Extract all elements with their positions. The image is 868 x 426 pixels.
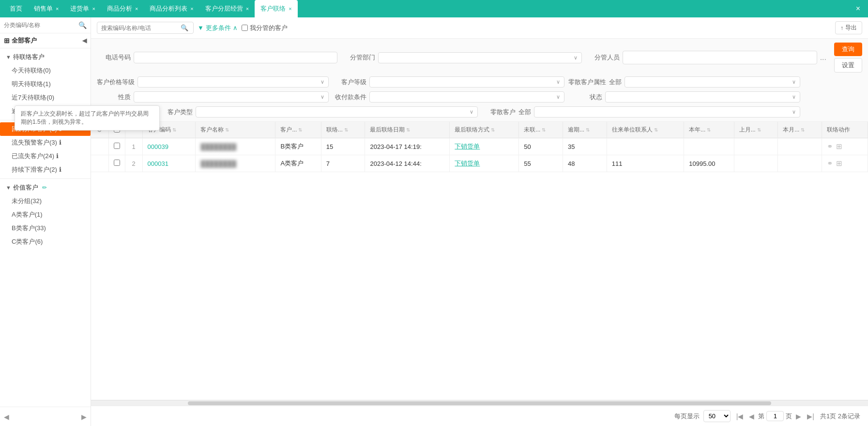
prev-page-btn[interactable]: ◀	[747, 411, 756, 421]
nav-purchase-close[interactable]: ×	[92, 0, 95, 17]
row1-action-menu[interactable]: ⊞	[836, 142, 842, 151]
method-sort-icon[interactable]: ⇅	[491, 127, 495, 132]
row2-check[interactable]	[114, 160, 120, 166]
col-year: 本年... ⇅	[684, 122, 734, 138]
value-group: ▼ 价值客户 ✏ 未分组(32) A类客户(1) B类客户(33) C类客户(6…	[0, 181, 91, 249]
row1-last-month	[734, 138, 778, 155]
nav-customer-tier-close[interactable]: ×	[246, 0, 249, 17]
customer-type-select[interactable]: ∨	[196, 106, 478, 118]
retail-attr-arrow: ∨	[792, 79, 796, 85]
declining[interactable]: 持续下滑客户(2) ℹ	[0, 163, 91, 176]
nature-select[interactable]: ∨	[134, 91, 329, 103]
my-customer-checkbox[interactable]	[242, 25, 248, 31]
grade-select[interactable]: ∨	[369, 76, 564, 88]
search-input-wrapper: 🔍	[97, 22, 194, 34]
scrollbar-thumb[interactable]	[188, 401, 771, 405]
row1-check[interactable]	[114, 143, 120, 149]
row1-last-method[interactable]: 下销货单	[450, 138, 519, 155]
first-page-btn[interactable]: |◀	[734, 411, 746, 421]
code-sort-icon[interactable]: ⇅	[172, 127, 176, 132]
date-sort-icon[interactable]: ⇅	[406, 127, 410, 132]
status-arrow: ∨	[792, 94, 796, 100]
nav-analysis-list[interactable]: 商品分析列表 ×	[144, 0, 199, 17]
page-input[interactable]	[766, 411, 784, 421]
next-page-btn[interactable]: ▶	[794, 411, 803, 421]
search-input[interactable]	[101, 25, 179, 31]
row2-settings	[91, 155, 108, 172]
this-month-sort-icon[interactable]: ⇅	[801, 127, 805, 132]
row1-year	[684, 138, 734, 155]
dept-select[interactable]: ∨	[378, 52, 582, 63]
row1-action-link[interactable]: ⚭	[827, 142, 833, 151]
grade-arrow: ∨	[556, 79, 560, 85]
row1-code[interactable]: 000039	[142, 138, 196, 155]
sidebar-right-arrow[interactable]: ▶	[81, 413, 87, 421]
app-close-button[interactable]: ×	[852, 4, 864, 13]
person-sort-icon[interactable]: ⇅	[654, 127, 658, 132]
filter-cell-grade: 客户等级 ∨	[333, 76, 564, 88]
value-edit-icon[interactable]: ✏	[42, 184, 47, 191]
nav-customer-contact[interactable]: 客户联络 ×	[255, 0, 297, 17]
sidebar-collapse-arrow[interactable]: ◀	[82, 37, 87, 44]
week-pending[interactable]: 近7天待联络(0)	[0, 91, 91, 104]
col-overdue: 逾期... ⇅	[563, 122, 607, 138]
ungroups[interactable]: 未分组(32)	[0, 194, 91, 208]
nav-sales-close[interactable]: ×	[56, 0, 59, 17]
nav-customer-tier[interactable]: 客户分层经营 ×	[199, 0, 255, 17]
horizontal-scrollbar[interactable]	[91, 400, 868, 406]
nav-analysis-close[interactable]: ×	[135, 0, 138, 17]
nav-purchase[interactable]: 进货单 ×	[64, 0, 101, 17]
row1-this-month	[778, 138, 822, 155]
sidebar-left-arrow[interactable]: ◀	[4, 413, 9, 421]
person-dots[interactable]: ...	[820, 53, 826, 62]
col-no-contact: 未联... ⇅	[519, 122, 563, 138]
sidebar-search-input[interactable]	[4, 22, 78, 29]
settings-button[interactable]: 设置	[834, 58, 862, 73]
last-page-btn[interactable]: ▶|	[805, 411, 816, 421]
price-grade-select[interactable]: ∨	[137, 76, 329, 88]
tomorrow-pending[interactable]: 明天待联络(1)	[0, 77, 91, 91]
retail-attr-select[interactable]: ∨	[624, 76, 800, 88]
nav-analysis-list-close[interactable]: ×	[190, 0, 193, 17]
row2-code[interactable]: 000031	[142, 155, 196, 172]
row1-contact-person	[607, 138, 684, 155]
no-contact-sort-icon[interactable]: ⇅	[542, 127, 546, 132]
name-sort-icon[interactable]: ⇅	[225, 127, 229, 132]
filter-cell-price-grade: 客户价格等级 ∨	[97, 76, 329, 88]
export-button[interactable]: ↑ 导出	[835, 21, 862, 34]
last-month-sort-icon[interactable]: ⇅	[757, 127, 761, 132]
more-filter-btn[interactable]: ▼ 更多条件 ∧	[198, 24, 238, 32]
row2-action-link[interactable]: ⚭	[827, 159, 833, 168]
filter-row-4: ... 客户类型 ∨ 零散客户 全部 ∨	[97, 106, 862, 118]
payment-select[interactable]: ∨	[369, 91, 564, 103]
class-a[interactable]: A类客户(1)	[0, 208, 91, 221]
nav-sales[interactable]: 销售单 ×	[28, 0, 64, 17]
nav-customer-contact-close[interactable]: ×	[289, 0, 291, 17]
row2-action-menu[interactable]: ⊞	[836, 159, 842, 168]
query-button[interactable]: 查询	[834, 43, 862, 56]
row2-contact-person: 111	[607, 155, 684, 172]
overdue-sort-icon[interactable]: ⇅	[586, 127, 590, 132]
nav-home[interactable]: 首页	[4, 0, 28, 17]
nav-analysis[interactable]: 商品分析 ×	[101, 0, 144, 17]
pending-contact-header[interactable]: ▼ 待联络客户	[0, 50, 91, 64]
value-group-header[interactable]: ▼ 价值客户 ✏	[0, 181, 91, 194]
year-sort-icon[interactable]: ⇅	[707, 127, 711, 132]
row2-last-method[interactable]: 下销货单	[450, 155, 519, 172]
page-size-select[interactable]: 50 100 200	[703, 410, 731, 422]
type-sort-icon[interactable]: ⇅	[298, 127, 302, 132]
class-c[interactable]: C类客户(6)	[0, 235, 91, 249]
sidebar-search-icon[interactable]: 🔍	[78, 21, 87, 29]
col-last-month: 上月... ⇅	[734, 122, 778, 138]
retail-select[interactable]: ∨	[534, 106, 801, 118]
filter-cell-dept: 分管部门 ∨	[341, 52, 582, 63]
churned[interactable]: 已流失客户(24) ℹ	[0, 149, 91, 163]
today-pending[interactable]: 今天待联络(0)	[0, 64, 91, 77]
contact-sort-icon[interactable]: ⇅	[344, 127, 348, 132]
filter-cell-customer-type: 客户类型 ∨	[159, 106, 478, 118]
class-b[interactable]: B类客户(33)	[0, 221, 91, 235]
status-select[interactable]: ∨	[605, 91, 800, 103]
churn-warning[interactable]: 流失预警客户(3) ℹ	[0, 136, 91, 149]
phone-input[interactable]	[134, 52, 337, 63]
pagination-footer: 每页显示 50 100 200 |◀ ◀ 第 页 ▶ ▶| 共1页 2条记录	[91, 406, 868, 426]
